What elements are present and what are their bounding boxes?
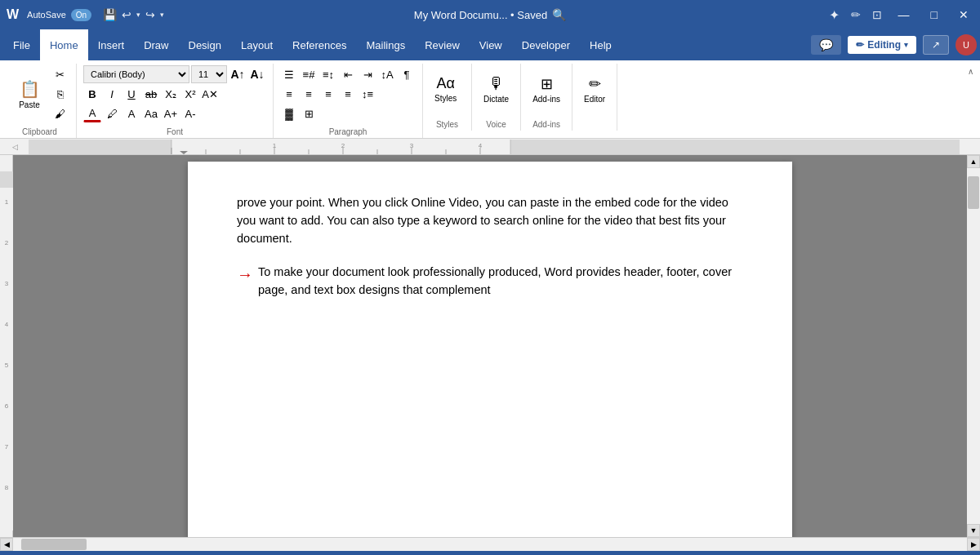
h-scroll-thumb[interactable]: [21, 539, 87, 550]
menu-item-mailings[interactable]: Mailings: [357, 29, 416, 60]
menu-item-home[interactable]: Home: [40, 29, 88, 60]
undo-icon[interactable]: ↩: [122, 8, 131, 21]
underline-btn[interactable]: U: [122, 85, 140, 103]
show-hide-btn[interactable]: ¶: [398, 65, 416, 83]
highlight-btn[interactable]: 🖊: [103, 104, 121, 122]
paste-btn[interactable]: 📋 Paste: [10, 70, 49, 118]
styles-btn[interactable]: Aα Styles: [430, 65, 461, 113]
comments-btn[interactable]: 💬: [811, 35, 841, 55]
word-logo-icon: W: [7, 7, 19, 22]
ruler-svg: 1 2 3 4: [29, 140, 960, 154]
shrink-font-btn2[interactable]: A-: [181, 104, 199, 122]
maximize-btn[interactable]: □: [926, 7, 942, 23]
text-color-btn[interactable]: A: [122, 104, 140, 122]
font-size-select[interactable]: 11: [191, 65, 227, 83]
vertical-ruler-svg: 1 2 3 4 5 6 7 8: [0, 171, 13, 531]
scroll-thumb[interactable]: [968, 176, 979, 209]
decrease-indent-btn[interactable]: ⇤: [339, 65, 357, 83]
copy-btn[interactable]: ⎘: [51, 85, 69, 103]
user-avatar[interactable]: U: [956, 34, 977, 56]
menu-item-references[interactable]: References: [283, 29, 356, 60]
menu-item-file[interactable]: File: [3, 29, 40, 60]
scroll-track[interactable]: [967, 168, 980, 524]
menu-item-draw[interactable]: Draw: [134, 29, 178, 60]
pen-icon[interactable]: ✏: [851, 8, 861, 21]
menu-item-review[interactable]: Review: [415, 29, 470, 60]
shading-btn[interactable]: ▓: [280, 104, 298, 122]
font-label: Font: [83, 124, 266, 136]
bold-btn[interactable]: B: [83, 85, 101, 103]
numbering-btn[interactable]: ≡#: [300, 65, 318, 83]
autosave-label: AutoSave: [27, 10, 66, 20]
collapse-ribbon-btn[interactable]: ∧: [964, 64, 977, 79]
h-scroll-left-btn[interactable]: ◀: [0, 538, 13, 551]
dictate-btn[interactable]: 🎙 Dictate: [479, 65, 514, 113]
svg-text:2: 2: [341, 142, 345, 149]
close-btn[interactable]: ✕: [954, 7, 973, 23]
document-area[interactable]: prove your point. When you click Online …: [13, 155, 967, 537]
styles-row: Aα Styles: [430, 65, 461, 113]
font-family-select[interactable]: Calibri (Body): [83, 65, 189, 83]
document-text-arrow: To make your document look professionall…: [258, 264, 743, 300]
menu-bar-right: 💬 ✏ Editing ▾ ↗ U: [811, 29, 977, 60]
menu-item-insert[interactable]: Insert: [88, 29, 135, 60]
search-icon[interactable]: 🔍: [552, 8, 566, 21]
customize-qat-icon[interactable]: ▾: [160, 11, 164, 19]
multilevel-btn[interactable]: ≡↕: [319, 65, 337, 83]
present-icon[interactable]: ⊡: [872, 8, 882, 21]
format-painter-btn[interactable]: 🖌: [51, 104, 69, 122]
grow-font-btn[interactable]: A↑: [229, 65, 247, 83]
menu-item-design[interactable]: Design: [179, 29, 231, 60]
horizontal-scrollbar[interactable]: ◀ ▶: [0, 537, 980, 550]
share-btn[interactable]: ↗: [923, 35, 949, 55]
sort-btn[interactable]: ↕A: [378, 65, 396, 83]
undo-dropdown-icon[interactable]: ▾: [136, 11, 140, 19]
menu-item-view[interactable]: View: [470, 29, 512, 60]
menu-item-layout[interactable]: Layout: [231, 29, 283, 60]
scroll-up-btn[interactable]: ▲: [967, 155, 980, 168]
styles-label: Styles: [434, 94, 457, 103]
h-scroll-right-btn[interactable]: ▶: [967, 538, 980, 551]
italic-btn[interactable]: I: [103, 85, 121, 103]
grow-font-btn2[interactable]: A+: [162, 104, 180, 122]
autosave-toggle[interactable]: On: [71, 9, 91, 21]
superscript-btn[interactable]: X²: [181, 85, 199, 103]
menu-item-help[interactable]: Help: [580, 29, 621, 60]
title-bar-right: ✦ ✏ ⊡ — □ ✕: [829, 7, 973, 23]
editing-btn[interactable]: ✏ Editing ▾: [848, 36, 916, 54]
svg-rect-1: [29, 140, 172, 154]
editor-btn[interactable]: ✏ Editor: [579, 65, 610, 113]
line-spacing-btn[interactable]: ↕≡: [359, 85, 376, 103]
align-center-btn[interactable]: ≡: [300, 85, 318, 103]
font-color-btn[interactable]: A: [83, 104, 101, 122]
title-bar: W AutoSave On 💾 ↩ ▾ ↪ ▾ My Word Documu..…: [0, 0, 980, 29]
shrink-font-btn[interactable]: A↓: [248, 65, 266, 83]
justify-btn[interactable]: ≡: [339, 85, 357, 103]
save-icon[interactable]: 💾: [103, 8, 117, 21]
status-bar: Page 1 of 1 478 words 2594 characters ⎘ …: [0, 550, 980, 555]
subscript-btn[interactable]: X₂: [162, 85, 180, 103]
addins-btn[interactable]: ⊞ Add-ins: [528, 65, 565, 113]
minimize-btn[interactable]: —: [893, 7, 915, 23]
addins-group: ⊞ Add-ins Add-ins: [521, 64, 572, 131]
svg-text:1: 1: [5, 198, 9, 206]
clear-format-btn[interactable]: A✕: [201, 85, 219, 103]
ruler-toggle[interactable]: ◁: [12, 143, 20, 151]
red-arrow-icon: →: [237, 265, 253, 284]
menu-item-developer[interactable]: Developer: [512, 29, 580, 60]
copilot-icon[interactable]: ✦: [829, 7, 840, 23]
align-left-btn[interactable]: ≡: [280, 85, 298, 103]
svg-text:7: 7: [5, 443, 9, 451]
strikethrough-btn[interactable]: ab: [142, 85, 160, 103]
borders-btn[interactable]: ⊞: [300, 104, 318, 122]
font-case-btn[interactable]: Aa: [142, 104, 160, 122]
align-right-btn[interactable]: ≡: [319, 85, 337, 103]
increase-indent-btn[interactable]: ⇥: [359, 65, 376, 83]
h-scroll-track[interactable]: [13, 538, 967, 551]
scroll-down-btn[interactable]: ▼: [967, 524, 980, 537]
cut-btn[interactable]: ✂: [51, 65, 69, 83]
bullets-btn[interactable]: ☰: [280, 65, 298, 83]
vertical-scrollbar[interactable]: ▲ ▼: [967, 155, 980, 537]
redo-icon[interactable]: ↪: [145, 8, 155, 21]
svg-rect-19: [0, 171, 13, 531]
